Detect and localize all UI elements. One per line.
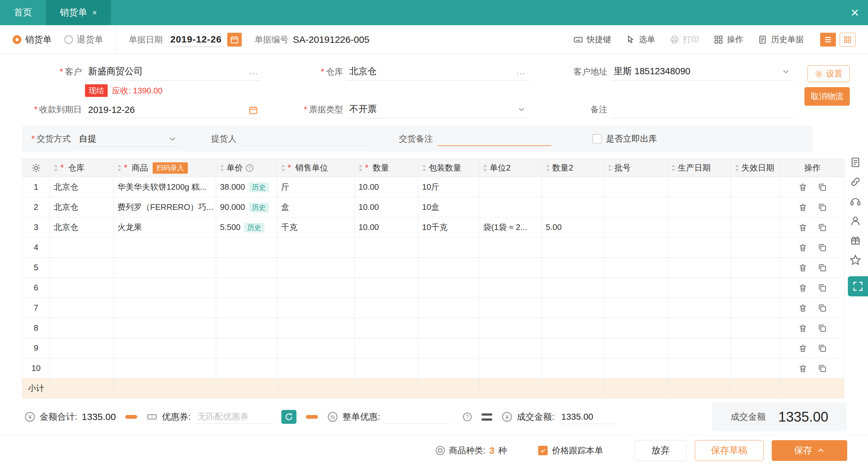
cell-pack-qty[interactable] — [418, 358, 479, 378]
cell-pack-qty[interactable] — [418, 238, 479, 258]
col-header-product[interactable]: *商品扫码录入 — [114, 159, 216, 177]
cell-unit2[interactable] — [479, 318, 542, 338]
settings-button[interactable]: 设置 — [808, 65, 850, 82]
list-view-toggle[interactable] — [820, 33, 836, 46]
link-icon[interactable] — [850, 176, 861, 187]
col-header-mfg-date[interactable]: 生产日期 — [668, 159, 731, 177]
gift-icon[interactable] — [850, 235, 861, 246]
copy-row-button[interactable] — [817, 262, 828, 273]
cell-batch[interactable] — [604, 318, 668, 338]
cell-price[interactable] — [216, 298, 277, 318]
print-button[interactable]: 打印 — [670, 34, 699, 45]
cell-unit[interactable]: 斤 — [277, 177, 355, 197]
cell-unit2[interactable] — [479, 258, 542, 278]
copy-row-button[interactable] — [817, 323, 828, 334]
col-header-qty[interactable]: *数量 — [355, 159, 418, 177]
cell-mfg-date[interactable] — [668, 338, 731, 358]
radio-return-order[interactable]: 退货单 — [64, 34, 103, 45]
copy-row-button[interactable] — [817, 282, 828, 293]
cell-unit2[interactable] — [479, 358, 542, 378]
cell-product[interactable]: 费列罗（FERRERO）巧... — [114, 197, 216, 217]
cell-product[interactable] — [114, 278, 216, 298]
cell-exp-date[interactable] — [731, 177, 781, 197]
cell-warehouse[interactable] — [50, 318, 114, 338]
delivery-method-select[interactable]: 自提 — [76, 131, 180, 147]
cell-exp-date[interactable] — [731, 298, 781, 318]
cell-qty[interactable] — [355, 298, 418, 318]
cell-pack-qty[interactable] — [418, 258, 479, 278]
save-button[interactable]: 保存 — [772, 440, 847, 461]
cell-product[interactable] — [114, 338, 216, 358]
col-header-unit[interactable]: *销售单位 — [277, 159, 355, 177]
cell-warehouse[interactable]: 北京仓 — [50, 177, 114, 197]
remark-field[interactable] — [611, 103, 793, 118]
cell-exp-date[interactable] — [731, 258, 781, 278]
copy-row-button[interactable] — [817, 222, 828, 233]
delete-row-button[interactable] — [798, 363, 808, 374]
doc-date-calendar-button[interactable] — [227, 33, 242, 46]
col-header-price[interactable]: 单价 — [216, 159, 277, 177]
star-icon[interactable] — [850, 254, 861, 266]
customer-field[interactable]: 新盛商贸公司 ... — [85, 64, 261, 81]
cell-unit2[interactable] — [479, 238, 542, 258]
cell-price[interactable] — [216, 258, 277, 278]
radio-sales-order[interactable]: 销货单 — [12, 34, 52, 45]
cell-warehouse[interactable] — [50, 298, 114, 318]
warehouse-field[interactable]: 北京仓 ... — [346, 64, 529, 81]
abandon-button[interactable]: 放弃 — [634, 440, 687, 461]
cell-qty[interactable]: 10.00 — [355, 197, 418, 217]
cell-unit[interactable] — [277, 338, 355, 358]
notes-icon[interactable] — [850, 157, 861, 168]
cell-unit[interactable] — [277, 278, 355, 298]
delete-row-button[interactable] — [798, 323, 808, 334]
copy-row-button[interactable] — [817, 303, 828, 313]
cell-unit[interactable] — [277, 298, 355, 318]
help-icon[interactable] — [463, 412, 472, 422]
cell-warehouse[interactable] — [50, 258, 114, 278]
cell-warehouse[interactable] — [50, 278, 114, 298]
copy-row-button[interactable] — [817, 343, 828, 353]
delete-row-button[interactable] — [798, 242, 808, 253]
cell-price[interactable] — [216, 318, 277, 338]
cell-pack-qty[interactable] — [418, 278, 479, 298]
cell-price[interactable]: 38.000历史 — [216, 177, 277, 197]
delete-row-button[interactable] — [798, 282, 808, 293]
cell-exp-date[interactable] — [731, 197, 781, 217]
sort-icon[interactable] — [671, 164, 675, 172]
price-track-checkbox[interactable] — [538, 446, 548, 455]
cell-mfg-date[interactable] — [668, 298, 731, 318]
sort-icon[interactable] — [281, 164, 285, 172]
col-header-unit2[interactable]: 单位2 — [479, 159, 542, 177]
cell-product[interactable] — [114, 238, 216, 258]
customer-picker-icon[interactable]: ... — [249, 66, 258, 76]
delivery-remark-input[interactable] — [441, 133, 548, 144]
col-header-qty2[interactable]: 数量2 — [542, 159, 604, 177]
cell-unit2[interactable] — [479, 298, 542, 318]
history-docs-button[interactable]: 历史单据 — [758, 34, 804, 45]
cell-product[interactable] — [114, 358, 216, 378]
cell-unit2[interactable] — [479, 278, 542, 298]
cell-qty[interactable] — [355, 238, 418, 258]
cell-unit[interactable] — [277, 318, 355, 338]
cell-unit[interactable]: 盒 — [277, 197, 355, 217]
cell-product[interactable]: 火龙果 — [114, 217, 216, 238]
cell-price[interactable] — [216, 238, 277, 258]
cell-batch[interactable] — [604, 338, 668, 358]
cell-product[interactable] — [114, 258, 216, 278]
copy-row-button[interactable] — [817, 182, 828, 192]
cell-batch[interactable] — [604, 238, 668, 258]
cell-batch[interactable] — [604, 358, 668, 378]
cell-warehouse[interactable]: 北京仓 — [50, 217, 114, 238]
cell-qty[interactable] — [355, 258, 418, 278]
cell-price[interactable] — [216, 278, 277, 298]
column-settings-header[interactable] — [22, 159, 50, 177]
order-discount-input[interactable] — [384, 410, 451, 424]
shortcut-keys-button[interactable]: 快捷键 — [574, 34, 611, 45]
cell-pack-qty[interactable] — [418, 338, 479, 358]
select-order-button[interactable]: 选单 — [626, 34, 655, 45]
cell-unit2[interactable] — [479, 338, 542, 358]
cell-unit[interactable] — [277, 258, 355, 278]
cell-mfg-date[interactable] — [668, 177, 731, 197]
delete-row-button[interactable] — [798, 303, 808, 313]
sort-icon[interactable] — [220, 164, 224, 172]
